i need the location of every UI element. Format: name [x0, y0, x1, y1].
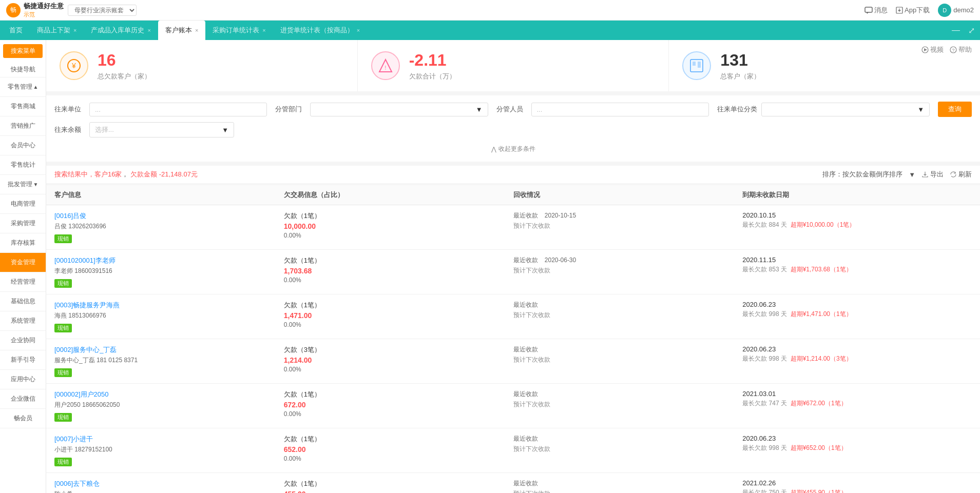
- debt-info-4: 欠款（3笔） 1,214.00 0.00%: [284, 345, 513, 373]
- tab-product-history[interactable]: 产成品入库单历史 ×: [84, 21, 158, 40]
- sidebar-item-finance[interactable]: 资金管理: [0, 253, 46, 272]
- sidebar-item-marketing[interactable]: 营销推广: [0, 116, 46, 136]
- sidebar-item-retail-mgmt[interactable]: 零售管理 ▲: [0, 77, 46, 97]
- sidebar-item-retail-mall[interactable]: 零售商城: [0, 97, 46, 116]
- sidebar-item-system[interactable]: 系统管理: [0, 311, 46, 331]
- export-btn[interactable]: 导出: [921, 170, 944, 179]
- tab-purchase-stats[interactable]: 采购订单统计表 ×: [205, 21, 273, 40]
- customer-name-7[interactable]: [0006]去下粮仓: [54, 479, 284, 488]
- due-date-1: 2020.10.15: [742, 211, 972, 219]
- overdue-amount-5[interactable]: 超期¥672.00（1笔）: [791, 400, 847, 407]
- table-header: 客户信息 欠交易信息（占比） 回收情况 到期未收款日期: [46, 185, 980, 205]
- sidebar-item-wholesale[interactable]: 批发管理 ▼: [0, 175, 46, 194]
- refresh-btn[interactable]: 刷新: [950, 170, 972, 179]
- sidebar-item-newbie[interactable]: 新手引导: [0, 350, 46, 370]
- sidebar-item-app-center[interactable]: 应用中心: [0, 370, 46, 389]
- chevron-down-icon-2: ▼: [33, 182, 39, 187]
- sidebar-item-basic-info[interactable]: 基础信息: [0, 292, 46, 311]
- svg-text:?: ?: [952, 48, 954, 53]
- filter-person: 分管人员 ...: [496, 103, 709, 116]
- col-header-debt-info: 欠交易信息（占比）: [284, 190, 513, 200]
- debt-percent-1: 0.00%: [284, 232, 513, 239]
- sidebar-item-member[interactable]: 会员中心: [0, 136, 46, 155]
- table-row: [0001020001]李老师 李老师 18600391516 现销 欠款（1笔…: [46, 250, 980, 294]
- search-menu-btn[interactable]: 搜索菜单: [3, 44, 43, 58]
- customer-name-4[interactable]: [0002]服务中心_丁磊: [54, 345, 284, 354]
- company-select[interactable]: 母婴行业演示账套: [68, 5, 137, 16]
- app-download-btn[interactable]: App下载: [896, 6, 930, 15]
- close-tab-customer-account[interactable]: ×: [195, 27, 198, 33]
- overdue-amount-7[interactable]: 超期¥455.90（1笔）: [791, 489, 847, 493]
- chevron-down-category-icon: ▼: [917, 106, 924, 113]
- balance-dropdown[interactable]: 选择... ▼: [89, 122, 234, 137]
- customer-name-1[interactable]: [0016]吕俊: [54, 211, 284, 221]
- customer-name-6[interactable]: [0007]小进干: [54, 435, 284, 444]
- results-info: 搜索结果中，客户16家， 欠款金额 -21,148.07元: [54, 170, 198, 179]
- tab-goods-updown[interactable]: 商品上下架 ×: [30, 21, 84, 40]
- brand-name: 畅捷通好生意: [24, 2, 64, 11]
- filter-area: 往来单位 ... 分管部门 ▼ 分管人员 ...: [46, 95, 980, 162]
- sidebar-item-inventory[interactable]: 库存核算: [0, 233, 46, 253]
- recent-payment-1: 最近收款 2020-10-15: [513, 211, 743, 220]
- overdue-amount-6[interactable]: 超期¥652.00（1笔）: [791, 444, 847, 451]
- customer-info-2: [0001020001]李老师 李老师 18600391516 现销: [54, 256, 284, 288]
- from-unit-input[interactable]: ...: [89, 103, 267, 116]
- customer-name-2[interactable]: [0001020001]李老师: [54, 256, 284, 265]
- filter-unit-category: 往来单位分类 ▼: [717, 103, 930, 116]
- message-btn[interactable]: 消息: [864, 6, 888, 15]
- debt-amount-2[interactable]: 1,703.68: [284, 267, 513, 275]
- unit-category-dropdown[interactable]: ▼: [761, 103, 930, 116]
- debt-amount-1[interactable]: 10,000.00: [284, 222, 513, 230]
- app-subtitle: 示范: [24, 11, 64, 18]
- customer-name-5[interactable]: [000002]用户2050: [54, 390, 284, 399]
- debt-amount-4[interactable]: 1,214.00: [284, 356, 513, 364]
- help-btn[interactable]: ? 帮助: [950, 45, 972, 54]
- due-info-7: 2021.02.26 最长欠款 750 天 超期¥455.90（1笔）: [742, 479, 972, 493]
- data-table: 客户信息 欠交易信息（占比） 回收情况 到期未收款日期 [0016]吕俊 吕俊 …: [46, 185, 980, 493]
- debt-amount-6[interactable]: 652.00: [284, 445, 513, 453]
- sort-chevron-icon[interactable]: ▼: [909, 171, 915, 179]
- close-tab-purchase-stats[interactable]: ×: [262, 27, 265, 33]
- nav-expand-btn[interactable]: ⤢: [965, 26, 978, 35]
- overdue-amount-1[interactable]: 超期¥10,000.00（1笔）: [791, 221, 856, 228]
- collapse-more-btn[interactable]: ⋀ 收起更多条件: [54, 143, 972, 155]
- close-tab-purchase-product-stats[interactable]: ×: [357, 27, 360, 33]
- close-tab-product-history[interactable]: ×: [147, 27, 150, 33]
- tab-customer-account[interactable]: 客户账本 ×: [158, 21, 205, 40]
- customers-icon-circle: [682, 51, 711, 80]
- sidebar-item-enterprise[interactable]: 企业协同: [0, 331, 46, 350]
- tab-home[interactable]: 首页: [2, 26, 30, 35]
- sidebar-quick-nav[interactable]: 快捷导航: [0, 62, 46, 77]
- sidebar-item-operations[interactable]: 经营管理: [0, 272, 46, 292]
- filter-dept: 分管部门 ▼: [275, 103, 488, 116]
- close-tab-goods-updown[interactable]: ×: [73, 27, 76, 33]
- sidebar-item-ecommerce[interactable]: 电商管理: [0, 194, 46, 214]
- due-date-3: 2020.06.23: [742, 301, 972, 308]
- overdue-amount-4[interactable]: 超期¥1,214.00（3笔）: [791, 355, 852, 362]
- logo-area: 畅 畅捷通好生意 示范: [6, 2, 64, 18]
- recovery-7: 最近收款 预计下次收款: [513, 479, 743, 493]
- table-row: [0016]吕俊 吕俊 13026203696 现销 欠款（1笔） 10,000…: [46, 205, 980, 250]
- debt-amount-7[interactable]: 455.90: [284, 490, 513, 493]
- overdue-amount-2[interactable]: 超期¥1,703.68（1笔）: [791, 266, 852, 273]
- debt-amount-3[interactable]: 1,471.00: [284, 311, 513, 320]
- debt-amount-5[interactable]: 672.00: [284, 401, 513, 409]
- customer-phone-5: 用户2050 18665062050: [54, 401, 284, 409]
- nav-minimize-btn[interactable]: —: [949, 26, 963, 35]
- customer-name-3[interactable]: [0003]畅捷服务尹海燕: [54, 301, 284, 310]
- overdue-amount-3[interactable]: 超期¥1,471.00（1笔）: [791, 310, 852, 318]
- user-info[interactable]: D demo2: [938, 4, 974, 17]
- tab-purchase-product-stats[interactable]: 进货单统计表（按商品） ×: [273, 21, 367, 40]
- search-btn[interactable]: 查询: [938, 102, 972, 117]
- video-btn[interactable]: 视频: [921, 45, 944, 54]
- svg-marker-3: [924, 48, 927, 51]
- person-label: 分管人员: [496, 105, 527, 114]
- top-bar: 畅 畅捷通好生意 示范 母婴行业演示账套 消息 App下载 D demo2: [0, 0, 980, 21]
- sidebar-item-wecom[interactable]: 企业微信: [0, 389, 46, 409]
- sidebar-item-retail-stats[interactable]: 零售统计: [0, 155, 46, 175]
- sidebar-item-purchase[interactable]: 采购管理: [0, 214, 46, 233]
- sidebar-item-chang-member[interactable]: 畅会员: [0, 409, 46, 428]
- person-input[interactable]: ...: [531, 103, 709, 116]
- recent-payment-6: 最近收款: [513, 435, 743, 443]
- dept-dropdown[interactable]: ▼: [310, 103, 488, 116]
